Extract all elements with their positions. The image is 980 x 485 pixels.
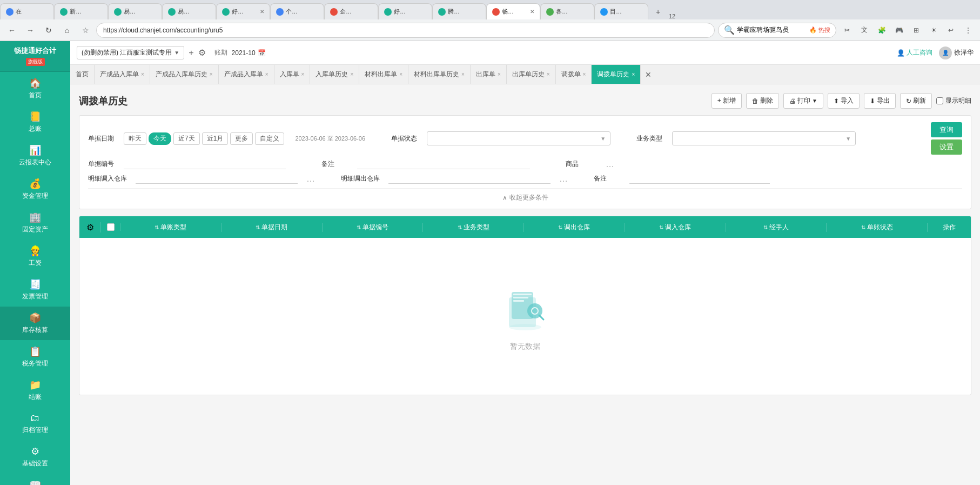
th-in-warehouse[interactable]: ⇅ 调入仓库	[625, 223, 726, 232]
table-settings-icon[interactable]: ⚙	[79, 222, 101, 232]
print-button[interactable]: 🖨 打印 ▼	[783, 93, 823, 109]
browser-tab-9[interactable]: 腾…	[432, 3, 486, 19]
import-button[interactable]: ⬆ 导入	[828, 93, 860, 109]
page-tab-home[interactable]: 首页	[70, 65, 95, 84]
page-tab-2-close[interactable]: ×	[210, 71, 213, 77]
table-select-all-checkbox[interactable]	[101, 223, 120, 231]
select-all-checkbox-box[interactable]	[107, 223, 115, 231]
sidebar-item-fixed-assets[interactable]: 🏢 固定资产	[0, 206, 70, 240]
tab-count-badge[interactable]: 12	[666, 13, 679, 19]
page-tab-8-close[interactable]: ×	[498, 71, 501, 77]
page-tab-9[interactable]: 出库单历史 ×	[507, 65, 556, 84]
sidebar-item-tax[interactable]: 📋 税务管理	[0, 340, 70, 374]
sidebar-item-invoice[interactable]: 🧾 发票管理	[0, 273, 70, 307]
page-tab-5[interactable]: 入库单历史 ×	[310, 65, 359, 84]
browser-tab-5[interactable]: 好… ✕	[216, 3, 270, 19]
settings-button[interactable]: 设置	[931, 139, 962, 155]
bookmark-button[interactable]: ☆	[78, 23, 93, 38]
page-tab-1[interactable]: 产成品入库单 ×	[95, 65, 150, 84]
browser-tab-10[interactable]: 畅… ✕	[486, 3, 540, 19]
sidebar-item-basic-settings[interactable]: ⚙ 基础设置	[0, 440, 70, 474]
page-tab-4-close[interactable]: ×	[301, 71, 305, 77]
page-tab-1-close[interactable]: ×	[141, 71, 144, 77]
today-btn[interactable]: 今天	[149, 132, 171, 145]
goods-selector-dots[interactable]: …	[606, 160, 614, 169]
th-status[interactable]: ⇅ 单账状态	[827, 223, 928, 232]
custom-date-btn[interactable]: 自定义	[255, 132, 284, 145]
page-tab-7-close[interactable]: ×	[461, 71, 465, 77]
browser-tab-11[interactable]: 各…	[540, 3, 594, 19]
translate-button[interactable]: 文	[857, 23, 872, 38]
menu-button[interactable]: ⋮	[961, 23, 976, 38]
search-input[interactable]	[737, 26, 807, 34]
browser-tab-4[interactable]: 易…	[162, 3, 216, 19]
home-button[interactable]: ⌂	[59, 23, 75, 38]
collapse-button[interactable]: ∧ 收起更多条件	[88, 188, 962, 202]
more-date-btn[interactable]: 更多	[230, 132, 253, 145]
th-handler[interactable]: ⇅ 经手人	[726, 223, 827, 232]
browser-tab-2[interactable]: 新…	[54, 3, 108, 19]
new-button[interactable]: + 新增	[711, 93, 742, 109]
business-type-select[interactable]: ▼	[672, 131, 856, 145]
page-tab-5-close[interactable]: ×	[350, 71, 353, 77]
page-tab-10[interactable]: 调拨单 ×	[556, 65, 592, 84]
sidebar-item-guide[interactable]: 📖 新手引导	[0, 474, 70, 485]
back-button[interactable]: ←	[4, 23, 19, 38]
detail-note-input[interactable]	[629, 174, 770, 184]
company-selector[interactable]: (勿删勿禁用) 江西服宝测试专用 ▼	[77, 46, 184, 59]
detail-out-input[interactable]	[388, 174, 551, 184]
sidebar-item-ledger[interactable]: 📒 总账	[0, 105, 70, 139]
th-biz-type[interactable]: ⇅ 业务类型	[423, 223, 524, 232]
sidebar-item-home[interactable]: 🏠 首页	[0, 72, 70, 105]
yesterday-btn[interactable]: 昨天	[124, 132, 146, 145]
page-tab-10-close[interactable]: ×	[583, 71, 586, 77]
detail-in-input[interactable]	[136, 174, 298, 184]
scissors-button[interactable]: ✂	[840, 23, 855, 38]
company-settings-button[interactable]: ⚙	[198, 48, 206, 58]
period-value[interactable]: 2021-10 📅	[232, 49, 266, 57]
sidebar-item-archive[interactable]: 🗂 归档管理	[0, 407, 70, 440]
page-tab-6[interactable]: 材料出库单 ×	[359, 65, 408, 84]
page-tab-9-close[interactable]: ×	[547, 71, 550, 77]
page-tab-4[interactable]: 入库单 ×	[274, 65, 311, 84]
forward-button[interactable]: →	[23, 23, 38, 38]
last1month-btn[interactable]: 近1月	[202, 132, 229, 145]
status-select[interactable]: ▼	[427, 131, 610, 145]
address-bar[interactable]	[96, 23, 715, 38]
show-columns-toggle[interactable]: 显示明细	[936, 96, 971, 105]
browser-tab-6[interactable]: 个…	[270, 3, 324, 19]
brightness-button[interactable]: ☀	[926, 23, 941, 38]
sidebar-item-closing[interactable]: 📁 结账	[0, 374, 70, 407]
browser-tab-12[interactable]: 目…	[594, 3, 648, 19]
export-button[interactable]: ⬇ 导出	[864, 93, 896, 109]
refresh-button[interactable]: ↻ 刷新	[900, 93, 932, 109]
page-tab-11[interactable]: 调拨单历史 ×	[592, 65, 641, 84]
reload-button[interactable]: ↻	[41, 23, 56, 38]
grid-button[interactable]: ⊞	[909, 23, 924, 38]
sidebar-item-cloud-reports[interactable]: 📊 云报表中心	[0, 139, 70, 172]
page-tab-2[interactable]: 产成品入库单历史 ×	[150, 65, 219, 84]
page-tab-11-close[interactable]: ×	[632, 71, 635, 77]
detail-in-dots[interactable]: …	[306, 174, 315, 184]
extensions-button[interactable]: 🧩	[874, 23, 889, 38]
sidebar-item-capital[interactable]: 💰 资金管理	[0, 172, 70, 206]
undo-button[interactable]: ↩	[943, 23, 958, 38]
close-all-tabs-button[interactable]: ✕	[641, 70, 656, 79]
show-columns-checkbox[interactable]	[936, 97, 943, 104]
browser-tab-7[interactable]: 企…	[324, 3, 378, 19]
user-menu[interactable]: 👤 徐泽华	[939, 46, 974, 59]
detail-out-dots[interactable]: …	[559, 174, 568, 184]
sidebar-item-inventory[interactable]: 📦 库存核算	[0, 307, 70, 340]
doc-no-input[interactable]	[124, 159, 286, 169]
query-button[interactable]: 查询	[931, 122, 962, 137]
th-out-warehouse[interactable]: ⇅ 调出仓库	[524, 223, 625, 232]
service-link[interactable]: 👤 人工咨询	[897, 48, 932, 57]
th-doc-no[interactable]: ⇅ 单据编号	[323, 223, 424, 232]
th-doc-type[interactable]: ⇅ 单账类型	[120, 223, 221, 232]
th-doc-date[interactable]: ⇅ 单据日期	[221, 223, 323, 232]
new-tab-button[interactable]: +	[650, 4, 666, 19]
tab-close-5[interactable]: ✕	[260, 9, 264, 15]
page-tab-3[interactable]: 产成品入库单 ×	[219, 65, 274, 84]
page-tab-7[interactable]: 材料出库单历史 ×	[408, 65, 471, 84]
page-tab-6-close[interactable]: ×	[399, 71, 402, 77]
